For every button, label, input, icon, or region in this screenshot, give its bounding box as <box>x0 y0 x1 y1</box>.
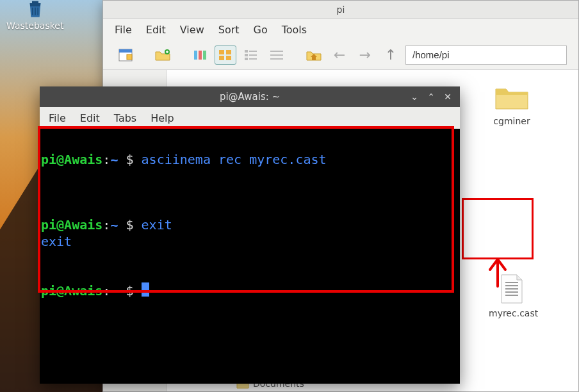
svg-rect-16 <box>245 58 248 60</box>
prompt-path: ~ <box>110 217 118 233</box>
folder-cgminer[interactable]: cgminer <box>489 81 535 139</box>
annotation-highlight-file <box>462 198 534 259</box>
home-button[interactable] <box>303 45 325 65</box>
annotation-arrow-icon <box>485 256 510 288</box>
filemanager-toolbar: ← → ↑ <box>103 40 578 70</box>
svg-rect-12 <box>245 50 248 53</box>
terminal-body[interactable]: pi@Awais:~ $ asciinema rec myrec.cast pi… <box>40 129 460 384</box>
fm-menu-file[interactable]: File <box>115 24 132 36</box>
new-tab-button[interactable] <box>115 45 136 65</box>
prompt-dollar: $ <box>126 152 133 167</box>
prompt-user: pi@Awais <box>41 152 102 167</box>
svg-rect-19 <box>270 54 283 56</box>
compact-view-button[interactable] <box>240 45 262 65</box>
prompt-dollar: $ <box>126 283 133 298</box>
terminal-titlebar[interactable]: pi@Awais: ~ ⌄ ⌃ ✕ <box>40 86 460 107</box>
list-view-button[interactable] <box>266 45 288 65</box>
svg-rect-15 <box>249 54 257 56</box>
nav-forward-button[interactable]: → <box>354 45 376 65</box>
nav-up-button[interactable]: ↑ <box>380 45 402 65</box>
svg-rect-9 <box>226 50 231 54</box>
filemanager-menubar: File Edit View Sort Go Tools <box>103 19 578 40</box>
prompt-path: ~ <box>110 152 118 167</box>
term-menu-help[interactable]: Help <box>151 112 174 124</box>
close-button[interactable]: ✕ <box>441 92 455 102</box>
svg-rect-10 <box>219 56 224 60</box>
icon-view-button[interactable] <box>215 45 236 65</box>
svg-rect-6 <box>199 51 202 60</box>
fm-menu-view[interactable]: View <box>180 24 204 36</box>
svg-rect-7 <box>203 51 206 60</box>
term-menu-file[interactable]: File <box>49 112 66 124</box>
file-label: myrec.cast <box>489 308 535 318</box>
terminal-menubar: File Edit Tabs Help <box>40 107 460 129</box>
svg-rect-11 <box>226 56 231 60</box>
fm-menu-sort[interactable]: Sort <box>218 24 240 36</box>
minimize-button[interactable]: ⌄ <box>407 92 421 102</box>
prompt-sep: : <box>102 283 110 298</box>
svg-rect-20 <box>270 58 283 60</box>
prompt-dollar: $ <box>126 217 133 233</box>
fm-menu-go[interactable]: Go <box>254 24 268 36</box>
prompt-sep: : <box>102 217 110 233</box>
svg-rect-5 <box>194 51 197 60</box>
svg-rect-17 <box>249 58 257 60</box>
term-menu-edit[interactable]: Edit <box>80 112 100 124</box>
svg-rect-0 <box>32 1 38 3</box>
prompt-user: pi@Awais <box>41 217 102 233</box>
terminal-window: pi@Awais: ~ ⌄ ⌃ ✕ File Edit Tabs Help pi… <box>40 86 460 384</box>
folder-label: cgminer <box>489 116 535 126</box>
svg-rect-14 <box>245 54 248 56</box>
svg-rect-2 <box>119 49 132 53</box>
nav-back-button[interactable]: ← <box>329 45 350 65</box>
prompt-sep: : <box>102 152 110 167</box>
new-folder-button[interactable] <box>152 45 174 65</box>
fm-menu-edit[interactable]: Edit <box>146 24 166 36</box>
prompt-path: ~ <box>110 283 118 298</box>
view-preferences-button[interactable] <box>189 45 211 65</box>
terminal-cursor <box>142 282 149 297</box>
fm-menu-tools[interactable]: Tools <box>282 24 307 36</box>
svg-rect-18 <box>270 51 283 52</box>
svg-rect-3 <box>127 54 132 60</box>
filemanager-title[interactable]: pi <box>103 1 578 19</box>
terminal-command: exit <box>142 217 172 233</box>
svg-rect-8 <box>219 50 224 54</box>
path-input[interactable] <box>405 45 567 65</box>
prompt-user: pi@Awais <box>41 283 102 298</box>
terminal-command: asciinema rec myrec.cast <box>142 152 327 167</box>
terminal-output: exit <box>41 234 72 249</box>
svg-rect-13 <box>249 51 257 52</box>
terminal-title: pi@Awais: ~ <box>220 91 280 102</box>
term-menu-tabs[interactable]: Tabs <box>114 112 136 124</box>
desktop-wastebasket[interactable]: Wastebasket <box>6 0 63 31</box>
trash-icon <box>20 0 51 19</box>
folder-icon <box>493 81 531 112</box>
terminal-window-controls: ⌄ ⌃ ✕ <box>407 86 455 107</box>
desktop-wastebasket-label: Wastebasket <box>6 20 63 31</box>
maximize-button[interactable]: ⌃ <box>424 92 438 102</box>
